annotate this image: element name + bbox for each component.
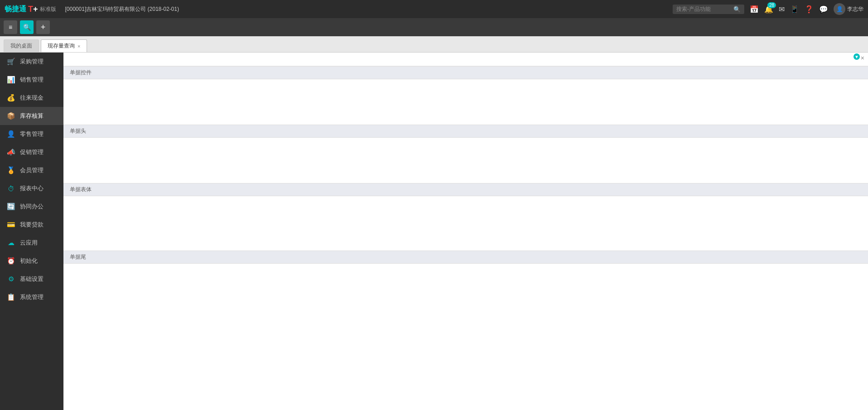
- user-area[interactable]: 👤 李志华: [834, 3, 863, 15]
- loan-icon: 💳: [6, 220, 15, 229]
- company-info: [000001]吉林宝玛特贸易有限公司 (2018-02-01): [65, 5, 179, 13]
- sales-icon: 📊: [6, 75, 15, 84]
- voucher-control-header: 单据控件: [63, 66, 868, 79]
- voucher-head-label: 单据头: [70, 128, 86, 134]
- sidebar-item-sales[interactable]: 📊 销售管理: [0, 71, 63, 89]
- search-input[interactable]: [676, 6, 731, 12]
- purchase-icon: 🛒: [6, 57, 15, 66]
- mobile-icon[interactable]: 📱: [790, 5, 799, 14]
- sidebar-item-loan[interactable]: 💳 我要贷款: [0, 216, 63, 234]
- member-icon: 🏅: [6, 166, 15, 175]
- sidebar-item-init[interactable]: ⏰ 初始化: [0, 252, 63, 270]
- brand-area: 畅捷通 T+ 标准版: [5, 5, 56, 14]
- sidebar-item-basic-settings-label: 基础设置: [20, 275, 44, 283]
- sidebar-item-system-label: 系统管理: [20, 293, 44, 301]
- email-icon[interactable]: ✉: [779, 5, 785, 14]
- voucher-head-header: 单据头: [63, 125, 868, 138]
- user-name: 李志华: [847, 5, 863, 13]
- sidebar: 🛒 采购管理 📊 销售管理 💰 往来现金 📦 库存核算 👤 零售管理 📣 促销管…: [0, 53, 63, 410]
- main-toolbar: ≡ 🔍 +: [0, 18, 868, 36]
- tab-inventory-query[interactable]: 现存量查询 ×: [41, 39, 87, 52]
- tab-close-icon[interactable]: ×: [78, 43, 80, 49]
- collab-icon: 🔄: [6, 202, 15, 211]
- sidebar-item-member-label: 会员管理: [20, 166, 44, 174]
- voucher-tail-body: [63, 264, 868, 400]
- search-box[interactable]: 🔍: [673, 5, 744, 14]
- sidebar-item-cloud[interactable]: ☁ 云应用: [0, 234, 63, 252]
- sidebar-item-finance[interactable]: 💰 往来现金: [0, 89, 63, 107]
- add-button[interactable]: +: [36, 20, 50, 34]
- sidebar-item-promotion-label: 促销管理: [20, 148, 44, 156]
- sidebar-item-system[interactable]: 📋 系统管理: [0, 288, 63, 306]
- sidebar-item-member[interactable]: 🏅 会员管理: [0, 161, 63, 179]
- sidebar-item-collab[interactable]: 🔄 协同办公: [0, 198, 63, 216]
- promotion-icon: 📣: [6, 148, 15, 157]
- main-layout: 🛒 采购管理 📊 销售管理 💰 往来现金 📦 库存核算 👤 零售管理 📣 促销管…: [0, 53, 868, 410]
- voucher-body-header: 单据表体: [63, 183, 868, 196]
- inventory-icon: 📦: [6, 111, 15, 121]
- sidebar-item-cloud-label: 云应用: [20, 239, 38, 247]
- sidebar-item-finance-label: 往来现金: [20, 94, 44, 102]
- sidebar-item-purchase-label: 采购管理: [20, 58, 44, 66]
- brand-name: 畅捷通: [5, 5, 26, 14]
- tabs-bar: 我的桌面 现存量查询 ×: [0, 36, 868, 53]
- tab-inventory-query-label: 现存量查询: [48, 42, 75, 50]
- menu-button[interactable]: ≡: [4, 20, 17, 34]
- cloud-icon: ☁: [6, 238, 15, 247]
- voucher-body-body: [63, 196, 868, 251]
- sidebar-item-promotion[interactable]: 📣 促销管理: [0, 143, 63, 161]
- voucher-body-label: 单据表体: [70, 186, 92, 193]
- sidebar-item-reports[interactable]: ⏱ 报表中心: [0, 179, 63, 198]
- tab-my-desk-label: 我的桌面: [10, 42, 32, 50]
- sidebar-item-retail[interactable]: 👤 零售管理: [0, 125, 63, 143]
- app-header: 畅捷通 T+ 标准版 [000001]吉林宝玛特贸易有限公司 (2018-02-…: [0, 0, 868, 18]
- voucher-head-section: 单据头: [63, 125, 868, 183]
- user-avatar: 👤: [834, 3, 845, 15]
- tab-my-desk[interactable]: 我的桌面: [4, 39, 39, 52]
- sidebar-item-purchase[interactable]: 🛒 采购管理: [0, 53, 63, 71]
- notification-icon[interactable]: 🔔 28: [764, 5, 773, 14]
- search-icon[interactable]: 🔍: [733, 6, 741, 13]
- system-icon: 📋: [6, 293, 15, 302]
- voucher-control-section: 单据控件: [63, 66, 868, 125]
- retail-icon: 👤: [6, 130, 15, 139]
- init-icon: ⏰: [6, 256, 15, 265]
- message-icon[interactable]: 💬: [819, 5, 828, 14]
- voucher-control-label: 单据控件: [70, 69, 92, 76]
- sidebar-item-inventory-label: 库存核算: [20, 112, 44, 120]
- content-close-button[interactable]: ×: [857, 53, 868, 63]
- sidebar-item-loan-label: 我要贷款: [20, 221, 44, 229]
- voucher-tail-header: 单据尾: [63, 251, 868, 264]
- brand-version: 标准版: [40, 5, 56, 13]
- brand-t: T+: [28, 5, 38, 14]
- sidebar-item-retail-label: 零售管理: [20, 130, 44, 138]
- content-top-bar: ▼: [63, 53, 868, 66]
- finance-icon: 💰: [6, 93, 15, 102]
- voucher-tail-section: 单据尾: [63, 251, 868, 400]
- sidebar-item-inventory[interactable]: 📦 库存核算: [0, 107, 63, 125]
- calendar-icon[interactable]: 📅: [750, 5, 759, 14]
- sidebar-item-reports-label: 报表中心: [20, 184, 44, 193]
- sidebar-item-basic-settings[interactable]: ⚙ 基础设置: [0, 270, 63, 288]
- header-right: 🔍 📅 🔔 28 ✉ 📱 ❓ 💬 👤 李志华: [673, 3, 863, 15]
- sidebar-item-collab-label: 协同办公: [20, 203, 44, 211]
- notification-badge: 28: [767, 2, 776, 8]
- sidebar-item-init-label: 初始化: [20, 257, 38, 265]
- content-area: ▼ × 单据控件 单据头 单据表体 单据尾: [63, 53, 868, 410]
- help-icon[interactable]: ❓: [805, 5, 814, 14]
- voucher-head-body: [63, 138, 868, 183]
- reports-icon: ⏱: [6, 184, 15, 193]
- voucher-tail-label: 单据尾: [70, 254, 86, 260]
- basic-settings-icon: ⚙: [6, 275, 15, 284]
- search-button[interactable]: 🔍: [20, 20, 34, 34]
- voucher-control-body: [63, 79, 868, 125]
- voucher-body-section: 单据表体: [63, 183, 868, 251]
- sidebar-item-sales-label: 销售管理: [20, 76, 44, 84]
